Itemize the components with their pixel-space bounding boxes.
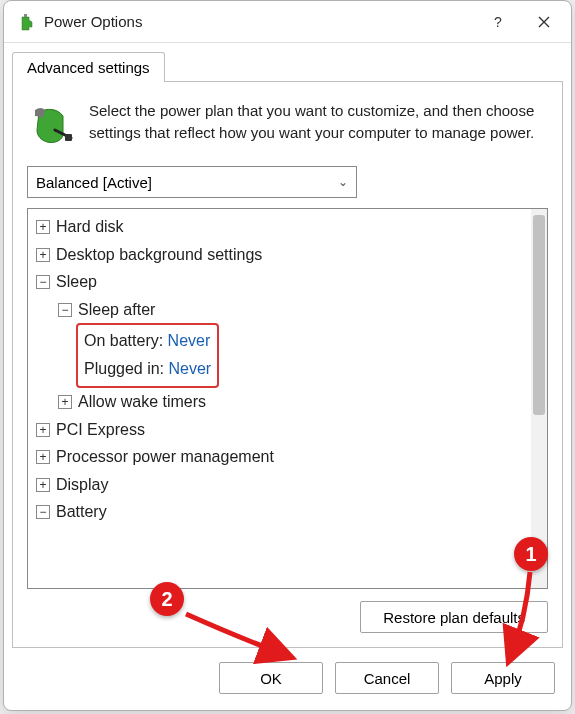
tree-node-display[interactable]: +Display <box>30 471 529 499</box>
close-icon <box>538 16 550 28</box>
tree-node-on-battery[interactable]: On battery: Never <box>84 327 211 355</box>
chevron-down-icon: ⌄ <box>338 175 348 189</box>
window-title: Power Options <box>44 13 475 30</box>
tab-advanced-settings[interactable]: Advanced settings <box>12 52 165 82</box>
restore-row: Restore plan defaults <box>27 589 548 633</box>
annotation-callout-1: 1 <box>514 537 548 571</box>
on-battery-value[interactable]: Never <box>168 332 211 349</box>
tree-node-sleep[interactable]: −Sleep <box>30 268 529 296</box>
ok-button[interactable]: OK <box>219 662 323 694</box>
sleep-after-values: On battery: Never Plugged in: Never <box>30 323 529 388</box>
power-options-icon <box>16 12 36 32</box>
titlebar: Power Options ? <box>4 1 571 43</box>
settings-tree[interactable]: +Hard disk +Desktop background settings … <box>28 209 531 588</box>
help-button[interactable]: ? <box>475 3 521 41</box>
tree-node-allow-wake-timers[interactable]: +Allow wake timers <box>30 388 529 416</box>
expand-icon[interactable]: + <box>36 450 50 464</box>
expand-icon[interactable]: + <box>36 478 50 492</box>
expand-icon[interactable]: + <box>36 248 50 262</box>
plugged-in-value[interactable]: Never <box>169 360 212 377</box>
settings-tree-container: +Hard disk +Desktop background settings … <box>27 208 548 589</box>
collapse-icon[interactable]: − <box>36 275 50 289</box>
cancel-button[interactable]: Cancel <box>335 662 439 694</box>
power-plan-icon <box>27 100 75 148</box>
annotation-callout-2: 2 <box>150 582 184 616</box>
intro-text: Select the power plan that you want to c… <box>89 100 548 148</box>
svg-rect-0 <box>24 14 27 17</box>
intro-row: Select the power plan that you want to c… <box>27 100 548 148</box>
expand-icon[interactable]: + <box>36 423 50 437</box>
tree-node-pci-express[interactable]: +PCI Express <box>30 416 529 444</box>
apply-button[interactable]: Apply <box>451 662 555 694</box>
highlight-box: On battery: Never Plugged in: Never <box>76 323 219 388</box>
restore-plan-defaults-button[interactable]: Restore plan defaults <box>360 601 548 633</box>
collapse-icon[interactable]: − <box>36 505 50 519</box>
tree-node-processor-power-management[interactable]: +Processor power management <box>30 443 529 471</box>
tree-node-plugged-in[interactable]: Plugged in: Never <box>84 355 211 383</box>
close-button[interactable] <box>521 3 567 41</box>
tree-node-battery[interactable]: −Battery <box>30 498 529 526</box>
expand-icon[interactable]: + <box>36 220 50 234</box>
power-plan-dropdown[interactable]: Balanced [Active] ⌄ <box>27 166 357 198</box>
tab-panel: Select the power plan that you want to c… <box>12 81 563 648</box>
dialog-button-row: OK Cancel Apply <box>4 648 571 710</box>
tree-node-desktop-background[interactable]: +Desktop background settings <box>30 241 529 269</box>
scrollbar-thumb[interactable] <box>533 215 545 415</box>
power-options-dialog: Power Options ? Advanced settings Select… <box>3 0 572 711</box>
tree-scrollbar[interactable] <box>531 209 547 588</box>
svg-rect-1 <box>65 134 72 141</box>
tree-node-sleep-after[interactable]: −Sleep after <box>30 296 529 324</box>
collapse-icon[interactable]: − <box>58 303 72 317</box>
power-plan-selected: Balanced [Active] <box>36 174 152 191</box>
expand-icon[interactable]: + <box>58 395 72 409</box>
tab-strip: Advanced settings <box>4 43 571 81</box>
tree-node-hard-disk[interactable]: +Hard disk <box>30 213 529 241</box>
